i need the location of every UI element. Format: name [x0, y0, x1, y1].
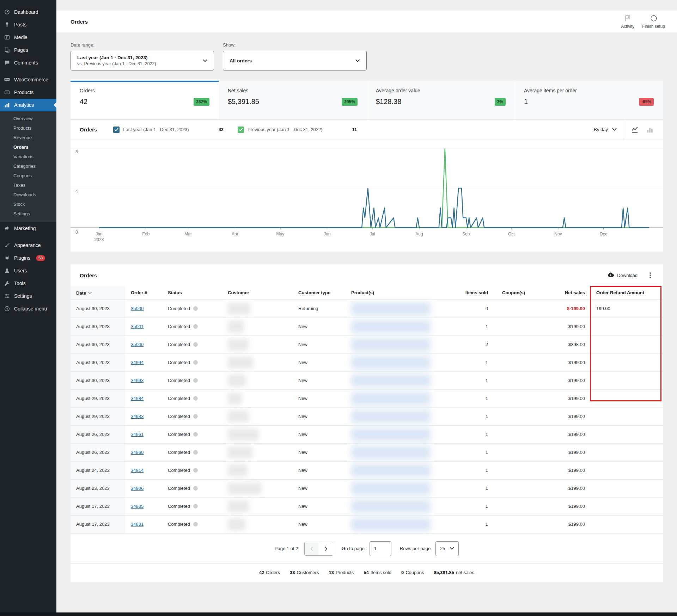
show-label: Show:: [223, 42, 367, 48]
sidebar-item-dashboard[interactable]: Dashboard: [0, 6, 56, 18]
sidebar-item-posts[interactable]: Posts: [0, 18, 56, 31]
tile-value: $5,391.85: [228, 98, 259, 106]
finish-setup-button[interactable]: Finish setup: [642, 14, 665, 29]
cell-date: August 29, 2023: [71, 389, 125, 407]
table-title: Orders: [80, 272, 97, 278]
order-link[interactable]: 34831: [131, 522, 144, 527]
status-label: Completed: [168, 468, 190, 473]
sidebar-item-label: Pages: [14, 47, 28, 53]
submenu-item-settings[interactable]: Settings: [0, 209, 56, 218]
sidebar-item-products[interactable]: Products: [0, 86, 56, 99]
submenu-item-variations[interactable]: Variations: [0, 152, 56, 161]
date-range-dropdown[interactable]: Last year (Jan 1 - Dec 31, 2023) vs. Pre…: [71, 51, 214, 70]
submenu-item-revenue[interactable]: Revenue: [0, 133, 56, 142]
cell-net-sales: $199.00: [531, 407, 591, 425]
chart-type-toggle: [624, 126, 654, 134]
cell-net-sales: $199.00: [531, 353, 591, 371]
cell-status: Completed: [162, 371, 222, 389]
cell-date: August 30, 2023: [71, 335, 125, 353]
summary-tile-average-order-value[interactable]: Average order value$128.383%: [367, 81, 515, 119]
cell-date: August 30, 2023: [71, 353, 125, 371]
sidebar-item-appearance[interactable]: Appearance: [0, 239, 56, 252]
media-icon: [4, 34, 11, 41]
more-options-icon[interactable]: [647, 272, 654, 279]
sidebar-item-settings[interactable]: Settings: [0, 290, 56, 302]
submenu-item-products[interactable]: Products: [0, 123, 56, 133]
order-link[interactable]: 34961: [131, 432, 144, 437]
summary-tile-average-items-per-order[interactable]: Average items per order1-85%: [515, 81, 663, 119]
submenu-item-overview[interactable]: Overview: [0, 114, 56, 123]
cell-order-refund: [591, 515, 663, 533]
sidebar-item-pages[interactable]: Pages: [0, 44, 56, 56]
sidebar-item-marketing[interactable]: Marketing: [0, 222, 56, 235]
summary-tiles: Orders42282%Net sales$5,391.85295%Averag…: [71, 81, 663, 120]
submenu-item-taxes[interactable]: Taxes: [0, 180, 56, 190]
show-dropdown[interactable]: All orders: [223, 51, 367, 70]
bottom-bar: [0, 612, 677, 616]
cell-order-refund: [591, 497, 663, 515]
interval-dropdown[interactable]: By day: [594, 127, 624, 132]
download-button[interactable]: Download: [607, 271, 638, 279]
order-link[interactable]: 34993: [131, 378, 144, 383]
cell-order-refund: [591, 353, 663, 371]
activity-label: Activity: [621, 24, 634, 29]
status-label: Completed: [168, 360, 190, 365]
customer-redacted: [228, 411, 249, 423]
cell-order-number: 34993: [125, 371, 162, 389]
menu-separator: [0, 69, 56, 73]
sidebar-item-collapse-menu[interactable]: Collapse menu: [0, 302, 56, 315]
sidebar-item-plugins[interactable]: Plugins53: [0, 252, 56, 264]
line-chart-icon[interactable]: [631, 126, 639, 134]
sidebar-item-tools[interactable]: Tools: [0, 277, 56, 290]
cell-net-sales: $199.00: [531, 515, 591, 533]
sidebar-item-woocommerce[interactable]: WooWooCommerce: [0, 73, 56, 86]
activity-button[interactable]: Activity: [621, 14, 634, 29]
customer-redacted: [228, 518, 245, 530]
order-link[interactable]: 35001: [131, 324, 144, 329]
product-redacted: [351, 482, 431, 495]
rows-per-page-label: Rows per page: [400, 546, 431, 551]
goto-page-input[interactable]: [370, 541, 391, 556]
cell-status: Completed: [162, 515, 222, 533]
bar-chart-icon[interactable]: [646, 126, 654, 134]
order-link[interactable]: 35000: [131, 306, 144, 311]
order-link[interactable]: 35000: [131, 342, 144, 347]
legend-item[interactable]: Previous year (Jan 1 - Dec 31, 2022)11: [238, 127, 357, 133]
submenu-item-stock[interactable]: Stock: [0, 199, 56, 209]
sidebar-item-media[interactable]: Media: [0, 31, 56, 44]
cell-products: [346, 461, 458, 479]
sidebar-item-label: WooCommerce: [14, 76, 48, 83]
pin-icon: [4, 21, 11, 28]
analytics-card: Orders42282%Net sales$5,391.85295%Averag…: [71, 81, 663, 252]
order-link[interactable]: 34835: [131, 504, 144, 509]
next-page-button[interactable]: [319, 542, 333, 555]
order-link[interactable]: 34960: [131, 450, 144, 455]
submenu-item-coupons[interactable]: Coupons: [0, 171, 56, 180]
sidebar-item-users[interactable]: Users: [0, 264, 56, 277]
cell-coupons: [494, 479, 531, 497]
cell-products: [346, 425, 458, 443]
submenu-item-downloads[interactable]: Downloads: [0, 190, 56, 199]
previous-page-button[interactable]: [305, 542, 319, 555]
summary-items-sold: 54Items sold: [364, 570, 391, 575]
sidebar-item-comments[interactable]: Comments: [0, 56, 56, 69]
tile-trend-badge: 295%: [342, 98, 358, 106]
cell-order-number: 34906: [125, 479, 162, 497]
sidebar-item-analytics[interactable]: Analytics: [0, 99, 56, 111]
cell-order-refund: [591, 443, 663, 461]
customer-redacted: [228, 357, 253, 369]
order-link[interactable]: 34994: [131, 360, 144, 365]
submenu-item-categories[interactable]: Categories: [0, 161, 56, 171]
status-label: Completed: [168, 396, 190, 401]
order-link[interactable]: 34914: [131, 468, 144, 473]
rows-per-page-select[interactable]: 25: [435, 541, 459, 556]
legend-item[interactable]: Last year (Jan 1 - Dec 31, 2023)42: [113, 127, 224, 133]
column-header-date[interactable]: Date: [71, 286, 125, 300]
summary-tile-orders[interactable]: Orders42282%: [71, 81, 219, 119]
order-link[interactable]: 34984: [131, 396, 144, 401]
cell-coupons: [494, 407, 531, 425]
order-link[interactable]: 34983: [131, 414, 144, 419]
order-link[interactable]: 34906: [131, 486, 144, 491]
summary-tile-net-sales[interactable]: Net sales$5,391.85295%: [219, 81, 367, 119]
submenu-item-orders[interactable]: Orders: [0, 142, 56, 152]
